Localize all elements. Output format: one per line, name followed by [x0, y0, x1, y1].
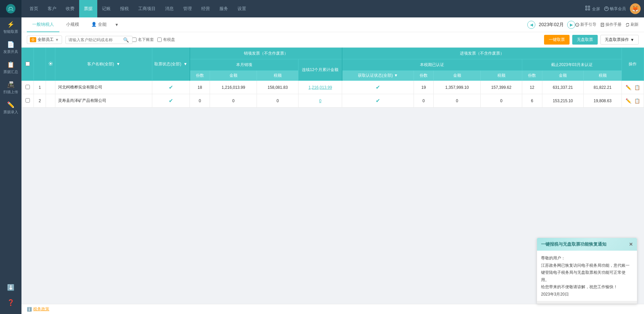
th-cert-amount: 金额	[434, 71, 481, 81]
employee-tag: 全	[30, 37, 36, 42]
row-monthly-amount: 0	[210, 94, 257, 108]
notification-panel: 一键报税与无盘取票功能恢复通知 ✕ 尊敬的用户：江苏政务网已恢复访问电子税务局功…	[537, 238, 637, 304]
tax-disk-checkbox-label[interactable]: 有税盘	[157, 37, 175, 43]
notification-line: 键登陆电子税务局与无盘取票相关功能可正常使	[541, 269, 633, 276]
row-cumulative-12: 1,216,013.99	[299, 81, 342, 94]
row-cert-amount: 1,357,999.10	[434, 81, 481, 94]
notification-title: 一键报税与无盘取票功能恢复通知	[541, 241, 606, 247]
cumulative-12-link[interactable]: 0	[319, 99, 321, 103]
cert-status-check-icon: ✔	[376, 98, 380, 104]
tax-policy-link[interactable]: 税务政策	[33, 306, 49, 312]
ops-dropdown-icon: ▼	[630, 38, 634, 42]
sidebar-item-scan-upload[interactable]: 📠 扫描上传	[0, 78, 21, 98]
row-monthly-count: 18	[190, 81, 210, 94]
nav-service[interactable]: 服务	[215, 0, 233, 17]
row-uncert-tax: 19,808.63	[584, 94, 622, 108]
row-checkbox[interactable]	[25, 85, 30, 89]
row-settings	[46, 81, 55, 94]
bottom-bar[interactable]: ℹ️ 税务政策	[21, 304, 644, 314]
new-guide-label: 新手引导	[580, 22, 596, 27]
th-uncertified-by: 截止2023年03月未认证	[522, 59, 622, 71]
cumulative-12-link[interactable]: 1,216,013.99	[309, 85, 332, 90]
row-view-icon[interactable]: 📋	[634, 98, 640, 104]
sidebar-item-smart-fetch[interactable]: ⚡ 智能取票	[0, 17, 21, 38]
refresh-button[interactable]: 刷新	[626, 22, 639, 27]
nav-business[interactable]: 工商项目	[133, 0, 160, 17]
nav-collection[interactable]: 收费	[61, 0, 79, 17]
nav-tax[interactable]: 报税	[115, 0, 133, 17]
new-guide-button[interactable]: ? 新手引导	[575, 22, 596, 27]
fullscreen-button[interactable]: 全屏	[585, 6, 600, 12]
search-input[interactable]	[65, 36, 132, 44]
date-next-button[interactable]: ▶	[567, 21, 575, 29]
row-uncert-amount: 153,215.10	[542, 94, 584, 108]
row-checkbox[interactable]	[25, 98, 30, 103]
date-prev-button[interactable]: ◀	[527, 21, 535, 29]
cert-status-filter-icon[interactable]: ▼	[394, 73, 398, 78]
th-purchase-invoice-group: 进项发票（不含作废票）	[342, 48, 622, 59]
notification-line: 尊敬的用户：	[541, 255, 633, 262]
th-fetch-status: 取票状态(全部) ▼	[152, 48, 190, 81]
nav-customer[interactable]: 客户	[43, 0, 61, 17]
row-checkbox-cell	[22, 81, 34, 94]
nav-settings[interactable]: 设置	[233, 0, 251, 17]
fetch-status-filter-icon[interactable]: ▼	[183, 62, 187, 66]
row-action-cell: ✏️ 📋	[622, 94, 644, 108]
filter-right-buttons: 一键取票 无盘取票 无盘取票操作 ▼	[544, 35, 639, 45]
user-avatar[interactable]: 🦊	[630, 3, 641, 14]
notification-scrollbar[interactable]	[537, 301, 637, 304]
no-disk-ops-label: 无盘取票操作	[605, 37, 629, 43]
one-click-fetch-button[interactable]: 一键取票	[544, 35, 570, 45]
row-view-icon[interactable]: 📋	[634, 85, 640, 90]
filter-bar: 全 全部员工 ▼ 🔍 名下账套 有税盘 一键取票 无盘取票 无盘取票操作	[21, 32, 644, 48]
customer-name-header: 客户名称(全部)	[87, 62, 114, 66]
tab-bar-right: ? 新手引导 操作手册 刷新	[575, 22, 639, 27]
tab-general-taxpayer[interactable]: 一般纳税人	[27, 17, 59, 32]
manual-label: 操作手册	[605, 22, 622, 27]
th-settings	[46, 48, 55, 81]
sidebar-item-help[interactable]: ❓	[0, 296, 21, 311]
select-all-checkbox[interactable]	[25, 62, 30, 66]
nav-message[interactable]: 消息	[160, 0, 178, 17]
th-monthly-sales: 本月销项	[190, 59, 299, 71]
sidebar-item-data-entry-label: 票据录入	[3, 110, 18, 115]
row-action-cell: ✏️ 📋	[622, 81, 644, 94]
tab-small-scale[interactable]: 小规模	[61, 17, 85, 32]
sidebar-item-download[interactable]: ⬇️	[0, 280, 21, 296]
customer-filter-icon[interactable]: ▼	[116, 62, 120, 66]
notification-line: 用。	[541, 276, 633, 284]
th-uncert-amount: 金额	[542, 71, 584, 81]
account-checkbox-label[interactable]: 名下账套	[132, 37, 154, 43]
notification-close-button[interactable]: ✕	[629, 242, 633, 247]
nav-invoice[interactable]: 票据	[79, 0, 97, 17]
help-icon: ❓	[7, 299, 14, 306]
row-customer-name[interactable]: 河北柯橹桦实业有限公司	[55, 81, 152, 94]
sidebar-item-issue-invoice[interactable]: 📄 发票开具	[0, 38, 21, 58]
search-button[interactable]: 🔍	[123, 37, 129, 43]
th-cert-tax: 税额	[481, 71, 522, 81]
nav-management[interactable]: 管理	[178, 0, 197, 17]
row-monthly-tax: 158,081.83	[257, 81, 299, 94]
row-customer-name[interactable]: 灵寿县尚泽矿产品有限公司	[55, 94, 152, 108]
no-disk-fetch-button[interactable]: 无盘取票	[572, 35, 598, 45]
tab-all[interactable]: 👤 全能	[86, 17, 112, 32]
sidebar-item-data-entry[interactable]: ✏️ 票据录入	[0, 98, 21, 118]
sidebar-item-invoice-summary[interactable]: 📋 票据汇总	[0, 58, 21, 78]
fetch-status-header: 取票状态(全部)	[154, 62, 181, 66]
nav-bookkeeping[interactable]: 记账	[97, 0, 115, 17]
manual-button[interactable]: 操作手册	[600, 22, 622, 27]
account-checkbox[interactable]	[132, 38, 137, 42]
tab-more-dropdown[interactable]: ▼	[115, 22, 119, 27]
row-settings	[46, 94, 55, 108]
member-button[interactable]: 畅享会员	[604, 6, 626, 12]
nav-operation[interactable]: 经营	[197, 0, 215, 17]
employee-select[interactable]: 全 全部员工 ▼	[27, 36, 62, 44]
sidebar-item-scan-upload-label: 扫描上传	[3, 89, 18, 95]
row-edit-icon[interactable]: ✏️	[626, 85, 631, 90]
nav-home[interactable]: 首页	[25, 0, 43, 17]
th-customer-name: 客户名称(全部) ▼	[55, 48, 152, 81]
row-edit-icon[interactable]: ✏️	[626, 98, 631, 104]
tax-disk-checkbox[interactable]	[157, 38, 162, 42]
no-disk-ops-button[interactable]: 无盘取票操作 ▼	[600, 35, 639, 45]
row-cert-count: 0	[414, 94, 433, 108]
